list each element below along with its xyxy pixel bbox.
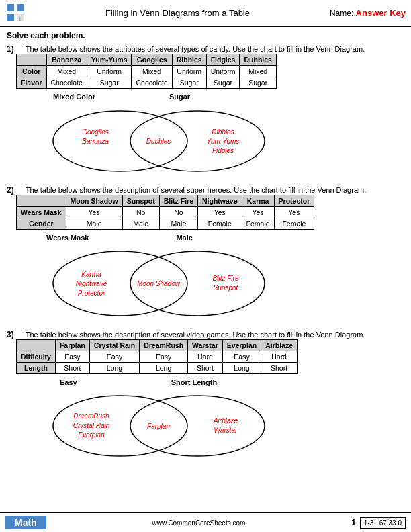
venn-1-left-label: Mixed Color	[53, 93, 95, 101]
footer-url: www.CommonCoreSheets.com	[46, 519, 351, 527]
main-content: Solve each problem. 1) The table below s…	[0, 27, 411, 475]
row-length: Length	[17, 363, 56, 374]
venn-3-left-item-2: Crystal Rain	[73, 422, 110, 429]
problem-2-text: The table below shows the description of…	[26, 186, 367, 194]
svg-rect-0	[7, 4, 14, 11]
col-dubbles: Dubbles	[240, 54, 276, 66]
venn-3-center-item-1: Farplan	[147, 423, 170, 430]
col-header	[17, 54, 47, 66]
page-title: Filling in Venn Diagrams from a Table	[26, 8, 330, 18]
venn-3-right-item-1: Airblaze	[213, 417, 238, 425]
header-logo: +	[5, 3, 26, 23]
venn-1-left-item-2: Banonza	[82, 138, 109, 145]
col-everplan: Everplan	[222, 340, 261, 351]
venn-3-left-label: Easy	[60, 378, 77, 386]
row-wearsmask: Wears Mask	[17, 207, 66, 218]
venn-1-right-item-2: Yum-Yums	[207, 138, 240, 145]
solve-label: Solve each problem.	[7, 31, 404, 40]
answer-key: Answer Key	[356, 8, 406, 18]
problem-3: 3) The table below shows the description…	[7, 330, 404, 461]
name-label: Name: Answer Key	[330, 8, 406, 18]
footer-stats: 1-3 67 33 0	[360, 517, 406, 529]
venn-1-right-label: Sugar	[169, 93, 190, 101]
row-difficulty: Difficulty	[17, 351, 56, 363]
svg-rect-1	[17, 4, 24, 11]
col-protector: Protector	[274, 195, 314, 207]
problem-1: 1) The table below shows the attributes …	[7, 44, 404, 176]
venn-2-right-label: Male	[176, 234, 192, 242]
col-blitzfire: Blitz Fire	[159, 195, 197, 207]
footer-right: 1 1-3 67 33 0	[351, 517, 406, 529]
footer: Math www.CommonCoreSheets.com 1 1-3 67 3…	[0, 512, 411, 532]
row-flavor: Flavor	[17, 77, 47, 89]
venn-1-left-item-1: Googlies	[82, 128, 108, 136]
col-header3	[17, 340, 56, 351]
col-farplan: Farplan	[55, 340, 89, 351]
svg-text:+: +	[18, 16, 21, 23]
col-fidgies: Fidgies	[206, 54, 240, 66]
venn-3-left-item-3: Everplan	[78, 431, 105, 439]
col-banonza: Banonza	[46, 54, 87, 66]
venn-2-left-label: Wears Mask	[46, 234, 89, 242]
row-gender: Gender	[17, 218, 66, 230]
svg-rect-2	[7, 14, 14, 21]
venn-2-left-item-1: Karma	[81, 271, 101, 278]
venn-1-center-item-1: Dubbles	[146, 138, 171, 145]
venn-2-center-item-1: Moon Shadow	[137, 280, 181, 287]
problem-2: 2) The table below shows the description…	[7, 185, 404, 320]
venn-3-svg: DreamRush Crystal Rain Everplan Farplan …	[16, 388, 305, 461]
venn-1-right-item-3: Fidgies	[212, 147, 234, 154]
col-moonshadow: Moon Shadow	[66, 195, 122, 207]
venn-3-right-item-2: Warstar	[214, 427, 238, 434]
col-yumyums: Yum-Yums	[87, 54, 132, 66]
venn-2-left-item-3: Protector	[78, 290, 105, 297]
col-warstar: Warstar	[188, 340, 223, 351]
problem-3-text: The table below shows the description of…	[26, 330, 365, 339]
problem-3-table: Farplan Crystal Rain DreamRush Warstar E…	[16, 339, 298, 374]
col-airblaze: Airblaze	[261, 340, 298, 351]
row-color: Color	[17, 66, 47, 77]
header: + Filling in Venn Diagrams from a Table …	[0, 0, 411, 27]
col-googlies: Googlies	[132, 54, 172, 66]
venn-1-svg: Googlies Banonza Dubbles Ribbles Yum-Yum…	[16, 102, 305, 176]
venn-3-right-label: Short Length	[171, 378, 217, 386]
footer-math-label: Math	[5, 516, 46, 529]
col-ribbles: Ribbles	[172, 54, 206, 66]
problem-2-table: Moon Shadow Sunspot Blitz Fire Nightwave…	[16, 195, 314, 230]
footer-page: 1	[351, 518, 356, 527]
venn-2: Wears Mask Male Karma Nightwave Protecto…	[16, 234, 404, 320]
venn-2-right-item-2: Sunspot	[214, 284, 239, 292]
problem-2-num: 2)	[7, 185, 14, 195]
venn-2-labels: Wears Mask Male	[16, 234, 404, 242]
col-dreamrush: DreamRush	[140, 340, 188, 351]
problem-1-table: Banonza Yum-Yums Googlies Ribbles Fidgie…	[16, 54, 277, 89]
col-crystalrain: Crystal Rain	[89, 340, 139, 351]
venn-2-right-item-1: Blitz Fire	[213, 275, 239, 282]
venn-3: Easy Short Length DreamRush Crystal Rain…	[16, 378, 404, 461]
col-karma: Karma	[242, 195, 274, 207]
venn-3-left-item-1: DreamRush	[73, 412, 109, 420]
venn-2-left-item-2: Nightwave	[76, 280, 107, 287]
col-nightwave: Nightwave	[198, 195, 242, 207]
venn-1: Mixed Color Sugar Googlies Banonza Dubbl…	[16, 93, 404, 176]
venn-2-svg: Karma Nightwave Protector Moon Shadow Bl…	[16, 243, 305, 320]
venn-3-labels: Easy Short Length	[16, 378, 404, 386]
problem-1-text: The table below shows the attributes of …	[26, 45, 365, 53]
col-header2	[17, 195, 66, 207]
col-sunspot: Sunspot	[122, 195, 159, 207]
venn-1-right-item-1: Ribbles	[212, 128, 234, 136]
venn-1-labels: Mixed Color Sugar	[16, 93, 404, 101]
problem-1-num: 1)	[7, 44, 14, 54]
problem-3-num: 3)	[7, 330, 14, 339]
